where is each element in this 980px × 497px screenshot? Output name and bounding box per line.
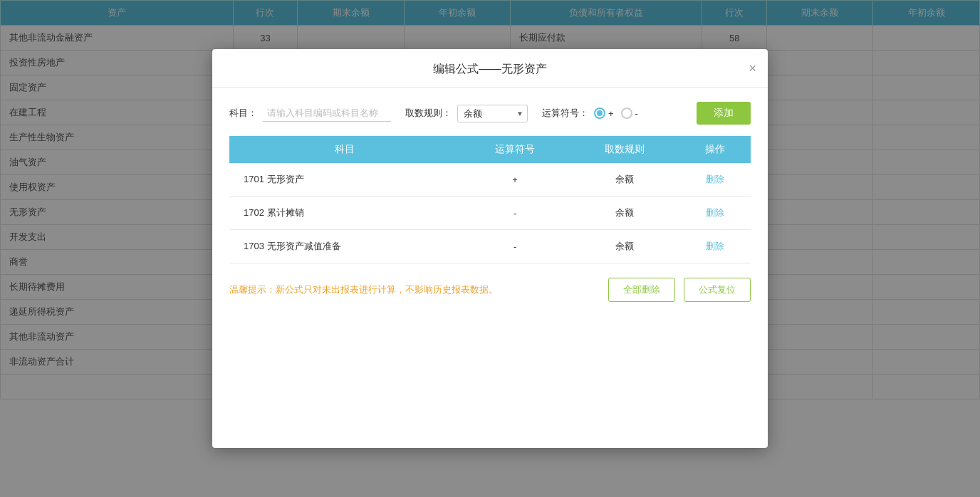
- row-operator: -: [460, 197, 570, 230]
- delete-row-button[interactable]: 删除: [706, 207, 724, 218]
- modal-form-row: 科目： 取数规则： 余额 借方 贷方 借方发生额 贷方发生额 ▼ 运算: [212, 88, 768, 136]
- operator-minus-circle: [621, 108, 632, 119]
- row-subject: 1701 无形资产: [229, 163, 460, 197]
- table-header-action: 操作: [679, 136, 751, 163]
- rule-label: 取数规则：: [405, 107, 452, 120]
- reset-button[interactable]: 公式复位: [684, 278, 751, 302]
- table-row: 1701 无形资产+余额删除: [229, 163, 751, 197]
- table-header-rule: 取数规则: [570, 136, 679, 163]
- add-button[interactable]: 添加: [697, 102, 751, 125]
- row-action: 删除: [679, 163, 751, 197]
- row-action: 删除: [679, 230, 751, 263]
- row-rule: 余额: [570, 163, 679, 197]
- row-operator: +: [460, 163, 570, 197]
- modal-header: 编辑公式——无形资产 ×: [212, 49, 768, 88]
- delete-all-button[interactable]: 全部删除: [608, 278, 675, 302]
- operator-minus-radio[interactable]: -: [621, 108, 638, 119]
- footer-buttons: 全部删除 公式复位: [608, 278, 751, 302]
- operator-label: 运算符号：: [542, 107, 588, 120]
- formula-table: 科目 运算符号 取数规则 操作 1701 无形资产+余额删除1702 累计摊销-…: [229, 136, 751, 263]
- rule-form-group: 取数规则： 余额 借方 贷方 借方发生额 贷方发生额 ▼: [405, 105, 528, 122]
- row-subject: 1703 无形资产减值准备: [229, 230, 460, 263]
- row-rule: 余额: [570, 197, 679, 230]
- table-row: 1702 累计摊销-余额删除: [229, 197, 751, 230]
- operator-minus-label: -: [635, 108, 638, 119]
- table-header-subject: 科目: [229, 136, 460, 163]
- modal-close-button[interactable]: ×: [749, 62, 756, 75]
- tip-text: 温馨提示：新公式只对未出报表进行计算，不影响历史报表数据。: [229, 283, 498, 296]
- subject-input[interactable]: [263, 105, 391, 122]
- operator-plus-circle: [594, 108, 605, 119]
- operator-plus-label: +: [608, 108, 614, 119]
- operator-plus-radio[interactable]: +: [594, 108, 614, 119]
- modal-dialog: 编辑公式——无形资产 × 科目： 取数规则： 余额 借方 贷方 借方发生额 贷方…: [212, 49, 768, 448]
- delete-row-button[interactable]: 删除: [706, 174, 724, 184]
- formula-table-wrap: 科目 运算符号 取数规则 操作 1701 无形资产+余额删除1702 累计摊销-…: [229, 136, 751, 263]
- rule-select-wrap: 余额 借方 贷方 借方发生额 贷方发生额 ▼: [457, 105, 528, 122]
- operator-radio-group: + -: [594, 108, 638, 119]
- table-row: 1703 无形资产减值准备-余额删除: [229, 230, 751, 263]
- table-header-operator: 运算符号: [460, 136, 570, 163]
- delete-row-button[interactable]: 删除: [706, 241, 724, 251]
- modal-title: 编辑公式——无形资产: [433, 62, 547, 77]
- row-rule: 余额: [570, 230, 679, 263]
- subject-form-group: 科目：: [229, 105, 391, 122]
- rule-select[interactable]: 余额 借方 贷方 借方发生额 贷方发生额: [457, 105, 528, 122]
- row-subject: 1702 累计摊销: [229, 197, 460, 230]
- row-operator: -: [460, 230, 570, 263]
- subject-label: 科目：: [229, 107, 257, 120]
- operator-form-group: 运算符号： + -: [542, 107, 638, 120]
- modal-overlay: 编辑公式——无形资产 × 科目： 取数规则： 余额 借方 贷方 借方发生额 贷方…: [0, 0, 980, 497]
- modal-footer: 温馨提示：新公式只对未出报表进行计算，不影响历史报表数据。 全部删除 公式复位: [212, 263, 768, 309]
- row-action: 删除: [679, 197, 751, 230]
